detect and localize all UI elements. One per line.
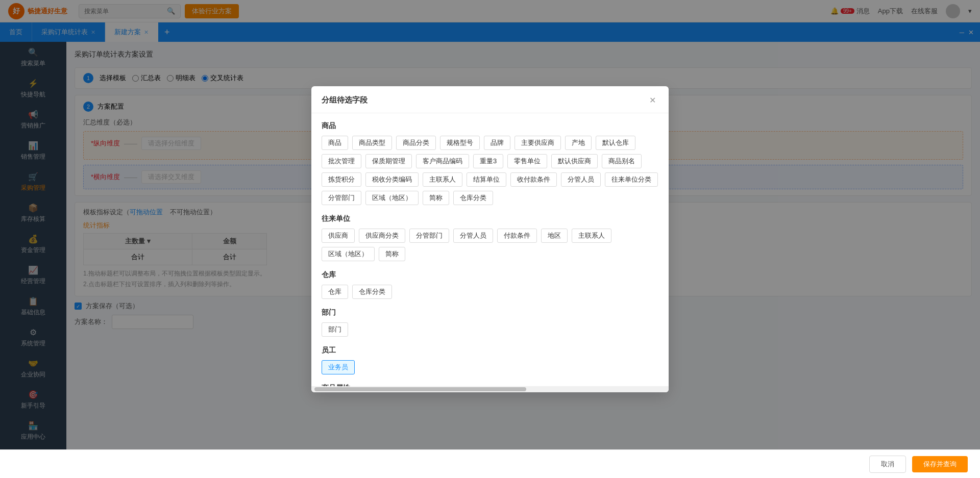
tag-supplier-category[interactable]: 供应商分类 [359,229,405,243]
tag-brand[interactable]: 品牌 [484,136,510,150]
tag-partner-short[interactable]: 简称 [379,247,405,261]
tag-pick-points[interactable]: 拣货积分 [322,172,361,187]
tag-product-alias[interactable]: 商品别名 [602,154,642,168]
tag-supplier[interactable]: 供应商 [322,229,355,243]
employee-tags: 业务员 [322,360,658,374]
field-select-modal: 分组待选字段 ✕ 商品 商品 商品类型 商品分类 规格型号 品牌 主要供应商 产… [311,86,669,392]
group-title-warehouse: 仓库 [322,270,658,280]
tag-unit-category[interactable]: 往来单位分类 [605,172,658,187]
product-tags: 商品 商品类型 商品分类 规格型号 品牌 主要供应商 产地 默认仓库 批次管理 … [322,136,658,205]
tag-product-type[interactable]: 商品类型 [352,136,392,150]
modal-hscrollbar[interactable] [311,386,669,392]
tag-region[interactable]: 区域（地区） [365,191,419,205]
tag-origin[interactable]: 产地 [565,136,592,150]
group-title-product-attr: 商品属性 [322,384,658,386]
field-group-employee: 员工 业务员 [322,346,658,374]
bottom-bar: 取消 保存并查询 [0,449,980,478]
modal-close-btn[interactable]: ✕ [646,94,658,107]
group-title-dept: 部门 [322,308,658,317]
modal-title: 分组待选字段 [322,95,368,105]
tag-main-contact[interactable]: 主联系人 [423,172,462,187]
save-button[interactable]: 保存并查询 [912,456,968,472]
tag-area[interactable]: 地区 [541,229,568,243]
warehouse-tags: 仓库 仓库分类 [322,285,658,299]
modal-header: 分组待选字段 ✕ [311,86,669,113]
modal-body: 商品 商品 商品类型 商品分类 规格型号 品牌 主要供应商 产地 默认仓库 批次… [311,113,669,386]
tag-payment-cond[interactable]: 付款条件 [497,229,537,243]
tag-customer-code[interactable]: 客户商品编码 [416,154,469,168]
group-title-partner: 往来单位 [322,214,658,223]
tag-weight3[interactable]: 重量3 [473,154,503,168]
cancel-button[interactable]: 取消 [869,456,906,473]
tag-partner-contact[interactable]: 主联系人 [572,229,611,243]
field-group-product-attr: 商品属性 属性 颜色 多规格 尺码 鞋码 1 [322,384,658,386]
tag-short-name[interactable]: 简称 [423,191,449,205]
tag-settle-unit[interactable]: 结算单位 [467,172,506,187]
tag-spec-model[interactable]: 规格型号 [440,136,480,150]
tag-shelf-life[interactable]: 保质期管理 [365,154,412,168]
tag-partner-dept[interactable]: 分管部门 [409,229,449,243]
group-title-product: 商品 [322,121,658,131]
tag-partner-region[interactable]: 区域（地区） [322,247,375,261]
modal-hscroll-thumb[interactable] [314,387,526,391]
tag-supervisor[interactable]: 分管人员 [561,172,601,187]
tag-main-supplier[interactable]: 主要供应商 [514,136,561,150]
tag-batch-mgmt[interactable]: 批次管理 [322,154,361,168]
tag-payment-terms[interactable]: 收付款条件 [510,172,557,187]
tag-salesperson[interactable]: 业务员 [322,360,355,374]
tag-partner-supervisor[interactable]: 分管人员 [453,229,493,243]
tag-department[interactable]: 部门 [322,322,348,337]
tag-dept[interactable]: 分管部门 [322,191,361,205]
group-title-employee: 员工 [322,346,658,355]
tag-tax-code[interactable]: 税收分类编码 [365,172,419,187]
field-group-partner: 往来单位 供应商 供应商分类 分管部门 分管人员 付款条件 地区 主联系人 区域… [322,214,658,261]
tag-product[interactable]: 商品 [322,136,348,150]
tag-retail-unit[interactable]: 零售单位 [507,154,547,168]
field-group-warehouse: 仓库 仓库 仓库分类 [322,270,658,299]
tag-warehouse[interactable]: 仓库 [322,285,348,299]
modal-overlay: 分组待选字段 ✕ 商品 商品 商品类型 商品分类 规格型号 品牌 主要供应商 产… [0,0,980,478]
tag-warehouse-category[interactable]: 仓库分类 [453,191,493,205]
tag-default-supplier[interactable]: 默认供应商 [551,154,598,168]
tag-product-category[interactable]: 商品分类 [396,136,436,150]
field-group-dept: 部门 部门 [322,308,658,337]
field-group-product: 商品 商品 商品类型 商品分类 规格型号 品牌 主要供应商 产地 默认仓库 批次… [322,121,658,205]
partner-tags: 供应商 供应商分类 分管部门 分管人员 付款条件 地区 主联系人 区域（地区） … [322,229,658,261]
tag-default-warehouse[interactable]: 默认仓库 [596,136,635,150]
tag-wh-category[interactable]: 仓库分类 [352,285,392,299]
dept-tags: 部门 [322,322,658,337]
